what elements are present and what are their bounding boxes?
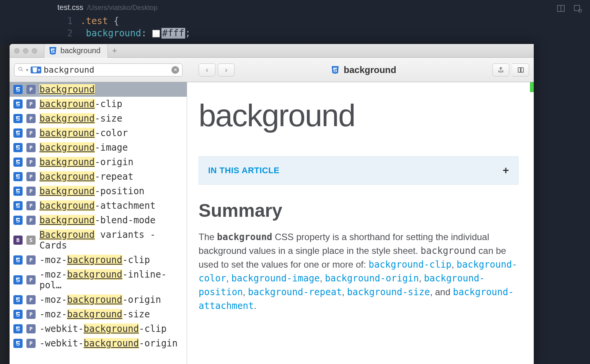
line-number: 2 — [57, 27, 73, 39]
property-icon: P — [26, 216, 36, 225]
result-item[interactable]: P-webkit-background-origin — [10, 336, 187, 351]
doc-link[interactable]: background-repeat — [248, 287, 342, 297]
css-icon — [13, 324, 23, 333]
property-icon: P — [26, 275, 36, 284]
documentation-window: background + ▾ ▾ ✕ ‹ › background — [10, 44, 534, 364]
code-line: 2 background: #fff; — [57, 27, 590, 39]
result-item[interactable]: P-moz-background-inline-pol… — [10, 267, 187, 292]
doc-link[interactable]: background-origin — [325, 273, 419, 284]
summary-paragraph: The background CSS property is a shortha… — [199, 230, 518, 313]
clear-search-button[interactable]: ✕ — [171, 66, 179, 74]
result-item[interactable]: P-webkit-background-clip — [10, 322, 187, 336]
code-line: 1.test { — [57, 15, 590, 27]
minimize-window-button[interactable] — [23, 48, 28, 54]
result-label: -moz-background-clip — [39, 255, 150, 265]
result-item[interactable]: Pbackground-size — [10, 111, 187, 126]
search-filter-badge[interactable]: ▾ — [31, 67, 41, 73]
editor-code-block[interactable]: 1.test { 2 background: #fff; — [0, 15, 590, 40]
result-label: background-repeat — [39, 171, 134, 182]
result-item[interactable]: P-moz-background-clip — [10, 253, 187, 267]
result-label: -webkit-background-clip — [39, 323, 166, 334]
share-button[interactable] — [492, 63, 509, 76]
bootstrap-icon: B — [13, 236, 23, 245]
doc-link[interactable]: background-size — [347, 287, 430, 297]
maximize-window-button[interactable] — [32, 48, 37, 54]
scroll-marker — [530, 82, 534, 92]
result-item[interactable]: Pbackground-blend-mode — [10, 213, 187, 227]
doc-tab[interactable]: background — [44, 44, 108, 58]
result-item[interactable]: Pbackground-origin — [10, 155, 187, 169]
result-item[interactable]: Pbackground-color — [10, 126, 187, 140]
doc-content-pane[interactable]: background IN THIS ARTICLE + Summary The… — [187, 82, 534, 364]
result-item[interactable]: P-moz-background-origin — [10, 292, 187, 307]
preview-icon[interactable] — [573, 4, 582, 15]
result-label: background-blend-mode — [39, 215, 155, 226]
css-icon — [331, 65, 340, 75]
toc-expander[interactable]: IN THIS ARTICLE + — [199, 156, 518, 185]
plus-icon: + — [503, 164, 509, 177]
editor-sidebar-sliver — [0, 0, 10, 364]
window-titlebar: background + — [10, 44, 534, 58]
section-icon: S — [26, 236, 36, 245]
property-icon: P — [26, 172, 36, 181]
css-icon — [13, 201, 23, 210]
result-item[interactable]: Pbackground — [10, 82, 187, 97]
result-item[interactable]: BSBackground variants - Cards — [10, 227, 187, 253]
page-title: background — [199, 98, 518, 133]
doc-link[interactable]: background-image — [231, 273, 320, 284]
property-icon: P — [26, 201, 36, 210]
css-icon — [13, 143, 23, 152]
chevron-down-icon[interactable]: ▾ — [26, 67, 28, 73]
search-input[interactable] — [44, 65, 169, 75]
css-icon — [13, 114, 23, 123]
result-item[interactable]: Pbackground-position — [10, 184, 187, 198]
bookmarks-button[interactable] — [512, 63, 529, 76]
result-item[interactable]: P-moz-background-size — [10, 307, 187, 322]
property-icon: P — [26, 143, 36, 152]
color-value-selected[interactable]: #fff — [161, 28, 185, 39]
editor-filename: test.css — [57, 3, 83, 12]
property-icon: P — [26, 85, 36, 94]
css-icon — [13, 275, 23, 284]
search-results-list: PbackgroundPbackground-clipPbackground-s… — [10, 82, 187, 364]
result-label: background-attachment — [39, 200, 155, 211]
property-icon: P — [26, 255, 36, 265]
search-icon — [18, 66, 24, 74]
editor-tab[interactable]: test.css /Users/viatsko/Desktop — [0, 0, 590, 15]
result-item[interactable]: Pbackground-clip — [10, 97, 187, 111]
result-label: background-size — [39, 113, 122, 124]
result-label: background-clip — [39, 99, 122, 109]
doc-toolbar: ▾ ▾ ✕ ‹ › background — [10, 58, 534, 82]
toolbar-title: background — [240, 65, 487, 75]
result-label: -webkit-background-origin — [39, 338, 178, 349]
property-icon: P — [26, 324, 36, 333]
svg-line-5 — [21, 70, 23, 71]
property-icon: P — [26, 310, 36, 319]
property-icon: P — [26, 99, 36, 109]
result-item[interactable]: Pbackground-image — [10, 140, 187, 155]
property-icon: P — [26, 158, 36, 167]
close-window-button[interactable] — [14, 48, 20, 54]
add-tab-button[interactable]: + — [108, 46, 122, 56]
split-editor-icon[interactable] — [556, 4, 566, 15]
result-item[interactable]: Pbackground-attachment — [10, 198, 187, 213]
editor-action-icons — [556, 4, 582, 15]
nav-back-button[interactable]: ‹ — [199, 63, 215, 76]
svg-point-4 — [19, 67, 22, 70]
css-icon — [13, 310, 23, 319]
result-label: -moz-background-size — [39, 309, 150, 320]
doc-link[interactable]: background-clip — [368, 259, 451, 270]
result-item[interactable]: Pbackground-repeat — [10, 169, 187, 184]
traffic-lights — [14, 48, 37, 54]
result-label: -moz-background-origin — [39, 294, 161, 305]
result-label: background — [39, 84, 95, 95]
result-label: background-origin — [39, 157, 134, 167]
property-icon: P — [26, 295, 36, 304]
result-label: -moz-background-inline-pol… — [39, 269, 183, 291]
property-icon: P — [26, 114, 36, 123]
search-box[interactable]: ▾ ▾ ✕ — [14, 63, 183, 76]
code-editor-area: test.css /Users/viatsko/Desktop 1.test {… — [0, 0, 590, 44]
css-icon — [13, 339, 23, 348]
nav-forward-button[interactable]: › — [218, 63, 235, 76]
property-icon: P — [26, 128, 36, 138]
